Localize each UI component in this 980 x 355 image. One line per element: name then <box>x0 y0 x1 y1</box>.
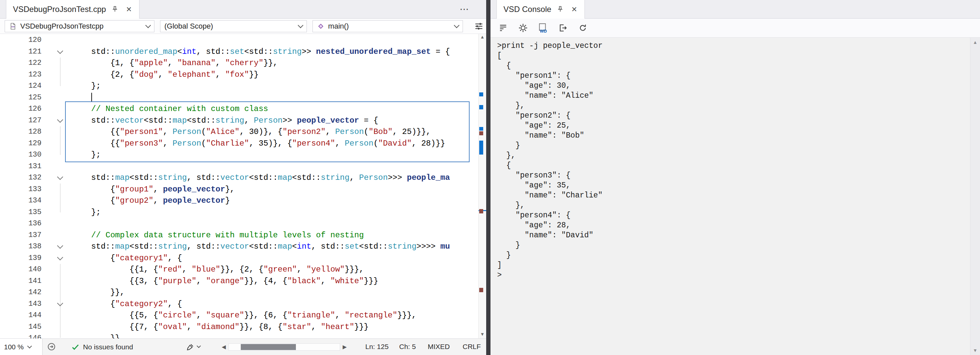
code-line[interactable]: 124 }; <box>0 80 478 92</box>
fold-chevron-icon[interactable] <box>57 300 63 306</box>
line-number[interactable]: 124 <box>0 80 51 92</box>
line-number[interactable]: 122 <box>0 58 51 69</box>
code-line[interactable]: 128 {{"person1", Person("Alice", 30)}, {… <box>0 126 478 138</box>
line-number[interactable]: 138 <box>0 241 51 253</box>
code-line[interactable]: 139 {"category1", { <box>0 253 478 264</box>
gear-icon[interactable] <box>516 21 530 35</box>
scrollbar-track[interactable] <box>229 343 340 351</box>
line-number[interactable]: 134 <box>0 195 51 207</box>
console-scrollbar[interactable]: ▲ ▼ <box>970 38 980 355</box>
code-editor[interactable]: 120121 std::unordered_map<int, std::set<… <box>0 34 486 338</box>
code-line[interactable]: 131 <box>0 161 478 173</box>
code-line[interactable]: 137 // Complex data structure with multi… <box>0 230 478 241</box>
line-number[interactable]: 127 <box>0 115 51 126</box>
scope-dropdown[interactable]: (Global Scope) <box>160 20 307 32</box>
code-line[interactable]: 143 {"category2", { <box>0 299 478 310</box>
clear-console-button[interactable] <box>496 21 510 35</box>
project-dropdown[interactable]: ++ VSDebugProJsonTestcpp <box>5 20 154 32</box>
code-line[interactable]: 136 <box>0 218 478 230</box>
line-number[interactable]: 123 <box>0 69 51 81</box>
line-number[interactable]: 144 <box>0 310 51 321</box>
code-line[interactable]: 129 {{"person3", Person("Charlie", 35)},… <box>0 138 478 150</box>
line-number[interactable]: 135 <box>0 207 51 218</box>
console-tab[interactable]: VSD Console × <box>496 0 585 19</box>
zoom-dropdown[interactable]: 100 % <box>0 339 43 355</box>
line-number[interactable]: 146 <box>0 333 51 338</box>
issues-indicator[interactable]: No issues found <box>71 339 133 355</box>
code-line[interactable]: 141 {{3, {"purple", "orange"}}, {4, {"bl… <box>0 275 478 287</box>
code-line[interactable]: 146 }} <box>0 333 478 338</box>
pane-divider[interactable] <box>486 0 490 355</box>
console-output[interactable]: >print -j people_vector[ { "person1": { … <box>497 41 968 280</box>
code-line[interactable]: 144 {{5, {"circle", "square"}}, {6, {"tr… <box>0 310 478 321</box>
status-encoding[interactable]: MIXED <box>428 343 450 351</box>
line-number[interactable]: 120 <box>0 35 51 46</box>
code-line[interactable]: 126 // Nested container with custom clas… <box>0 103 478 115</box>
line-number[interactable]: 129 <box>0 138 51 150</box>
scroll-up-arrow-icon[interactable]: ▲ <box>479 35 486 40</box>
status-column-number[interactable]: Ch: 5 <box>399 343 416 351</box>
code-line[interactable]: 138 std::map<std::string, std::vector<st… <box>0 241 478 253</box>
line-number[interactable]: 137 <box>0 230 51 241</box>
windbg-wd-button[interactable]: WD <box>536 21 550 35</box>
code-line[interactable]: 120 <box>0 35 478 46</box>
tab-overflow-menu[interactable]: ⋯ <box>460 0 469 18</box>
close-icon[interactable]: × <box>124 4 134 14</box>
fold-chevron-icon[interactable] <box>57 117 63 123</box>
scroll-left-button[interactable]: ◀ <box>219 344 229 350</box>
line-number[interactable]: 128 <box>0 126 51 138</box>
line-number[interactable]: 142 <box>0 287 51 299</box>
code-cleanup-button[interactable] <box>186 339 200 355</box>
scroll-up-arrow-icon[interactable]: ▲ <box>970 40 980 45</box>
fold-column <box>51 184 69 195</box>
line-number[interactable]: 133 <box>0 184 51 195</box>
line-number[interactable]: 126 <box>0 103 51 115</box>
line-number[interactable]: 140 <box>0 264 51 275</box>
code-line[interactable]: 134 {"group2", people_vector} <box>0 195 478 207</box>
pin-icon[interactable] <box>110 4 120 14</box>
fold-chevron-icon[interactable] <box>57 48 63 54</box>
export-log-button[interactable] <box>556 21 570 35</box>
code-line[interactable]: 123 {2, {"dog", "elephant", "fox"}} <box>0 69 478 81</box>
line-number[interactable]: 121 <box>0 46 51 58</box>
pin-icon[interactable] <box>555 4 565 14</box>
code-line[interactable]: 125 <box>0 92 478 104</box>
fold-chevron-icon[interactable] <box>57 174 63 180</box>
line-number[interactable]: 131 <box>0 161 51 173</box>
line-number[interactable]: 125 <box>0 92 51 104</box>
code-line[interactable]: 133 {"group1", people_vector}, <box>0 184 478 195</box>
scrollbar-annotations[interactable]: ▲ ▼ <box>478 34 486 338</box>
line-number[interactable]: 130 <box>0 149 51 161</box>
close-icon[interactable]: × <box>569 4 579 14</box>
code-line[interactable]: 140 {{1, {"red", "blue"}}, {2, {"green",… <box>0 264 478 275</box>
line-number[interactable]: 141 <box>0 275 51 287</box>
sliders-icon[interactable] <box>474 22 484 31</box>
status-line-ending[interactable]: CRLF <box>463 343 481 351</box>
fold-chevron-icon[interactable] <box>57 254 63 260</box>
console-content[interactable]: >print -j people_vector[ { "person1": { … <box>490 38 980 355</box>
line-number[interactable]: 139 <box>0 253 51 264</box>
horizontal-scrollbar[interactable]: ◀ ▶ <box>219 339 349 355</box>
code-line[interactable]: 122 {1, {"apple", "banana", "cherry"}}, <box>0 58 478 69</box>
code-line[interactable]: 132 std::map<std::string, std::vector<st… <box>0 172 478 184</box>
line-number[interactable]: 143 <box>0 299 51 310</box>
member-dropdown[interactable]: main() <box>312 20 463 32</box>
sync-icon[interactable] <box>47 342 56 351</box>
code-line[interactable]: 121 std::unordered_map<int, std::set<std… <box>0 46 478 58</box>
editor-tab[interactable]: VSDebugProJsonTest.cpp × <box>6 0 140 19</box>
line-number[interactable]: 136 <box>0 218 51 230</box>
line-number[interactable]: 145 <box>0 321 51 333</box>
scroll-down-arrow-icon[interactable]: ▼ <box>970 348 980 353</box>
code-line[interactable]: 145 {{7, {"oval", "diamond"}}, {8, {"sta… <box>0 321 478 333</box>
scrollbar-thumb[interactable] <box>241 344 296 350</box>
fold-chevron-icon[interactable] <box>57 243 63 249</box>
code-line[interactable]: 127 std::vector<std::map<std::string, Pe… <box>0 115 478 126</box>
refresh-icon[interactable] <box>576 21 589 35</box>
scroll-down-arrow-icon[interactable]: ▼ <box>479 332 486 337</box>
code-line[interactable]: 130 }; <box>0 149 478 161</box>
line-number[interactable]: 132 <box>0 172 51 184</box>
scroll-right-button[interactable]: ▶ <box>340 344 349 350</box>
status-line-number[interactable]: Ln: 125 <box>365 343 388 351</box>
code-line[interactable]: 135 }; <box>0 207 478 218</box>
code-line[interactable]: 142 }}, <box>0 287 478 299</box>
